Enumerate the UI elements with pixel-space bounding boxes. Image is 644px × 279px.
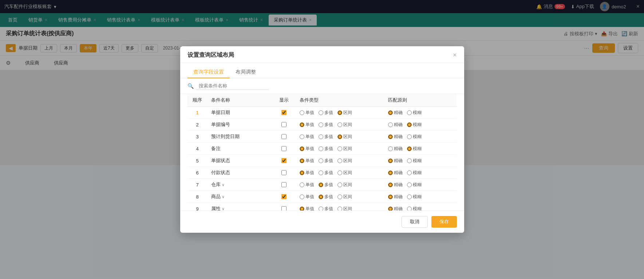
match-radio-input[interactable] (388, 110, 393, 115)
match-radio-input[interactable] (388, 158, 393, 163)
modal-title: 设置查询区域布局 (187, 51, 234, 59)
type-radio-input[interactable] (319, 146, 323, 151)
modal-close-button[interactable]: × (453, 51, 457, 59)
row-type: 单值多值区间 (296, 143, 384, 155)
match-radio-fuzzy[interactable]: 模糊 (407, 158, 422, 164)
type-radio-input[interactable] (337, 158, 342, 163)
type-radio-multi[interactable]: 多值 (319, 110, 333, 116)
row-seq: 5 (187, 155, 208, 165)
modal-header: 设置查询区域布局 × (180, 46, 464, 63)
type-radio-single[interactable]: 单值 (300, 158, 314, 164)
row-type: 单值多值区间 (296, 107, 384, 119)
type-radio-input[interactable] (300, 134, 304, 139)
row-type: 单值多值区间 (296, 131, 384, 143)
row-display (272, 119, 296, 131)
th-display: 显示 (272, 94, 296, 107)
type-radio-input[interactable] (337, 122, 342, 127)
match-radio-input[interactable] (388, 134, 393, 139)
match-radio-fuzzy[interactable]: 模糊 (407, 146, 422, 152)
type-radio-range[interactable]: 区间 (337, 158, 352, 164)
table-row: 2单据编号单值多值区间精确模糊 (187, 119, 457, 131)
type-radio-single[interactable]: 单值 (300, 146, 314, 152)
type-radio-single[interactable]: 单值 (300, 110, 314, 116)
type-radio-single[interactable]: 单值 (300, 122, 314, 128)
row-display (272, 107, 296, 119)
row-display (272, 155, 296, 165)
match-radio-fuzzy[interactable]: 模糊 (407, 134, 422, 140)
row-name: 单据编号 (208, 119, 272, 131)
row-display (272, 131, 296, 143)
modal-dialog: 设置查询区域布局 × 查询字段设置 布局调整 🔍 顺序 条件名称 显示 条件类型 (180, 46, 464, 165)
modal-table-wrapper: 顺序 条件名称 显示 条件类型 匹配原则 1单据日期单值多值区间精确模糊2单据编… (180, 94, 464, 165)
row-seq: 3 (187, 131, 208, 143)
type-radio-input[interactable] (337, 110, 342, 115)
th-name: 条件名称 (208, 94, 272, 107)
display-checkbox[interactable] (281, 122, 287, 127)
row-match: 精确模糊 (384, 143, 457, 155)
type-radio-range[interactable]: 区间 (337, 146, 352, 152)
row-name: 预计到货日期 (208, 131, 272, 143)
match-radio-input[interactable] (407, 146, 412, 151)
modal-table: 顺序 条件名称 显示 条件类型 匹配原则 1单据日期单值多值区间精确模糊2单据编… (187, 94, 457, 165)
match-radio-input[interactable] (407, 158, 412, 163)
match-radio-exact[interactable]: 精确 (388, 146, 403, 152)
modal-search-area: 🔍 (180, 78, 464, 94)
row-match: 精确模糊 (384, 155, 457, 165)
type-radio-range[interactable]: 区间 (337, 110, 352, 116)
type-radio-multi[interactable]: 多值 (319, 146, 333, 152)
display-checkbox[interactable] (281, 110, 287, 115)
th-type: 条件类型 (296, 94, 384, 107)
display-checkbox[interactable] (281, 134, 287, 139)
type-radio-multi[interactable]: 多值 (319, 158, 333, 164)
row-type: 单值多值区间 (296, 155, 384, 165)
tab-layout-adjust[interactable]: 布局调整 (230, 67, 262, 78)
tab-query-settings[interactable]: 查询字段设置 (187, 67, 230, 78)
type-radio-range[interactable]: 区间 (337, 134, 352, 140)
match-radio-input[interactable] (388, 146, 393, 151)
display-checkbox[interactable] (281, 158, 287, 163)
table-row: 3预计到货日期单值多值区间精确模糊 (187, 131, 457, 143)
type-radio-input[interactable] (300, 146, 304, 151)
search-icon: 🔍 (187, 83, 194, 89)
row-name: 备注 (208, 143, 272, 155)
th-order: 顺序 (187, 94, 208, 107)
type-radio-input[interactable] (319, 110, 323, 115)
match-radio-input[interactable] (407, 110, 412, 115)
match-radio-input[interactable] (388, 122, 393, 127)
row-seq: 2 (187, 119, 208, 131)
type-radio-input[interactable] (300, 122, 304, 127)
row-name: 单据状态 (208, 155, 272, 165)
type-radio-input[interactable] (300, 158, 304, 163)
type-radio-input[interactable] (319, 134, 323, 139)
table-header-row: 顺序 条件名称 显示 条件类型 匹配原则 (187, 94, 457, 107)
match-radio-input[interactable] (407, 134, 412, 139)
type-radio-input[interactable] (300, 110, 304, 115)
match-radio-fuzzy[interactable]: 模糊 (407, 122, 422, 128)
row-type: 单值多值区间 (296, 119, 384, 131)
type-radio-single[interactable]: 单值 (300, 134, 314, 140)
type-radio-multi[interactable]: 多值 (319, 122, 333, 128)
match-radio-exact[interactable]: 精确 (388, 122, 403, 128)
row-name: 单据日期 (208, 107, 272, 119)
row-match: 精确模糊 (384, 119, 457, 131)
type-radio-input[interactable] (337, 134, 342, 139)
row-match: 精确模糊 (384, 131, 457, 143)
modal-tabs: 查询字段设置 布局调整 (180, 63, 464, 78)
modal-table-body: 1单据日期单值多值区间精确模糊2单据编号单值多值区间精确模糊3预计到货日期单值多… (187, 107, 457, 165)
type-radio-input[interactable] (319, 122, 323, 127)
match-radio-fuzzy[interactable]: 模糊 (407, 110, 422, 116)
modal-overlay: 设置查询区域布局 × 查询字段设置 布局调整 🔍 顺序 条件名称 显示 条件类型 (0, 0, 644, 165)
type-radio-input[interactable] (337, 146, 342, 151)
th-match: 匹配原则 (384, 94, 457, 107)
match-radio-input[interactable] (407, 122, 412, 127)
type-radio-input[interactable] (319, 158, 323, 163)
row-seq: 4 (187, 143, 208, 155)
row-match: 精确模糊 (384, 107, 457, 119)
match-radio-exact[interactable]: 精确 (388, 110, 403, 116)
display-checkbox[interactable] (281, 146, 287, 151)
search-input[interactable] (196, 82, 269, 90)
match-radio-exact[interactable]: 精确 (388, 134, 403, 140)
match-radio-exact[interactable]: 精确 (388, 158, 403, 164)
type-radio-range[interactable]: 区间 (337, 122, 352, 128)
type-radio-multi[interactable]: 多值 (319, 134, 333, 140)
